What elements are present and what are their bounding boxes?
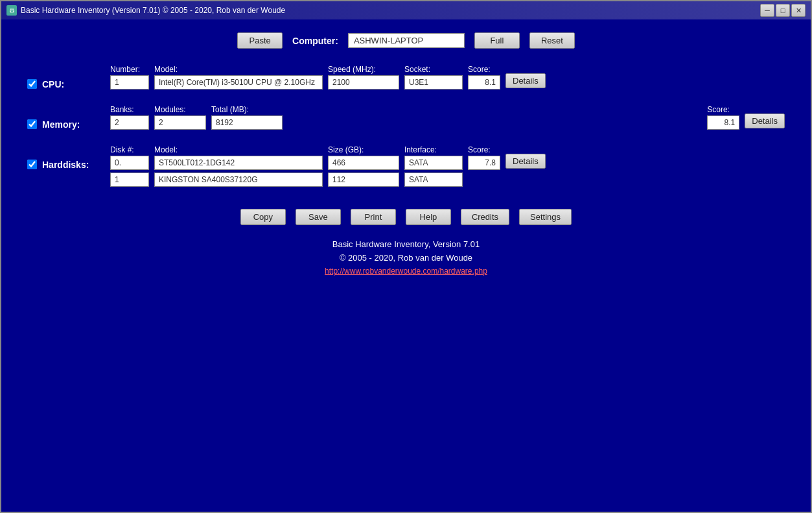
hdd-disk1-num-group: [110, 173, 149, 187]
memory-modules-label: Modules:: [154, 105, 206, 114]
harddisks-checkbox-wrap: [27, 145, 37, 169]
cpu-section: CPU: Number: Model: Speed (MHz):: [27, 65, 785, 92]
hdd-disk0-num-input[interactable]: [110, 156, 149, 170]
hdd-score-group: Score:: [468, 145, 500, 170]
full-button[interactable]: Full: [474, 32, 520, 49]
title-bar: ⚙ Basic Hardware Inventory (Version 7.01…: [1, 1, 811, 19]
hdd-model-group: Model:: [154, 145, 323, 170]
window-title: Basic Hardware Inventory (Version 7.01) …: [21, 6, 285, 15]
main-content: Paste Computer: Full Reset CPU: Number:: [1, 19, 811, 512]
hdd-model-label: Model:: [154, 145, 323, 154]
cpu-fields: Number: Model: Speed (MHz): Socket:: [110, 65, 785, 92]
memory-score-label: Score:: [707, 105, 730, 114]
memory-modules-input[interactable]: [154, 115, 206, 130]
title-bar-controls: ─ □ ✕: [760, 4, 806, 17]
minimize-button[interactable]: ─: [760, 4, 774, 17]
hdd-disk1-size-group: [328, 173, 399, 187]
cpu-model-group: Model:: [154, 65, 323, 89]
hdd-disk0-interface-input[interactable]: [404, 156, 463, 170]
cpu-number-label: Number:: [110, 65, 149, 74]
memory-total-group: Total (MB):: [211, 105, 283, 130]
hdd-interface-label: Interface:: [404, 145, 463, 154]
cpu-checkbox-wrap: [27, 65, 37, 89]
hdd-size-group: Size (GB):: [328, 145, 399, 170]
cpu-label: CPU:: [42, 65, 107, 89]
hdd-size-label: Size (GB):: [328, 145, 399, 154]
main-window: ⚙ Basic Hardware Inventory (Version 7.01…: [0, 0, 812, 513]
app-icon: ⚙: [6, 5, 17, 16]
help-button[interactable]: Help: [406, 209, 451, 225]
hdd-disk1-row: [110, 173, 785, 187]
memory-checkbox-wrap: [27, 105, 37, 129]
hdd-disk1-size-input[interactable]: [328, 173, 399, 187]
hdd-disk0-size-input[interactable]: [328, 156, 399, 170]
credits-button[interactable]: Credits: [461, 209, 509, 225]
cpu-checkbox[interactable]: [27, 79, 37, 89]
memory-header-row: Banks: Modules: Total (MB): Score:: [110, 105, 785, 130]
hdd-disk1-model-input[interactable]: [154, 173, 323, 187]
title-bar-left: ⚙ Basic Hardware Inventory (Version 7.01…: [6, 5, 285, 16]
computer-label: Computer:: [292, 36, 338, 46]
memory-banks-group: Banks:: [110, 105, 149, 130]
harddisks-checkbox[interactable]: [27, 160, 37, 169]
hdd-details-wrap: Details: [505, 154, 546, 170]
hdd-score-label: Score:: [468, 145, 491, 154]
memory-details-button[interactable]: Details: [745, 113, 785, 128]
hdd-disk1-num-input[interactable]: [110, 173, 149, 187]
cpu-speed-group: Speed (MHz):: [328, 65, 399, 89]
cpu-score-label: Score:: [468, 65, 491, 74]
hdd-details-button[interactable]: Details: [505, 154, 546, 169]
cpu-header-row: Number: Model: Speed (MHz): Socket:: [110, 65, 785, 89]
copy-button[interactable]: Copy: [240, 209, 286, 225]
memory-label: Memory:: [42, 105, 107, 130]
computer-input[interactable]: [348, 33, 465, 48]
cpu-socket-label: Socket:: [404, 65, 463, 74]
maximize-button[interactable]: □: [776, 4, 790, 17]
hdd-disknum-group: Disk #:: [110, 145, 149, 170]
cpu-model-input[interactable]: [154, 75, 323, 89]
footer-link[interactable]: http://www.robvanderwoude.com/hardware.p…: [27, 265, 785, 278]
hdd-interface-group: Interface:: [404, 145, 463, 170]
memory-details-wrap: Details: [745, 113, 785, 130]
reset-button[interactable]: Reset: [529, 32, 575, 49]
harddisks-section: Harddisks: Disk #: Model: Size (GB):: [27, 145, 785, 189]
cpu-model-label: Model:: [154, 65, 323, 74]
memory-banks-input[interactable]: [110, 115, 149, 130]
cpu-number-group: Number:: [110, 65, 149, 89]
hdd-score-input[interactable]: [468, 156, 500, 170]
settings-button[interactable]: Settings: [519, 209, 572, 225]
harddisks-label: Harddisks:: [42, 145, 107, 170]
footer-line2: © 2005 - 2020, Rob van der Woude: [27, 252, 785, 265]
memory-fields: Banks: Modules: Total (MB): Score:: [110, 105, 785, 132]
hdd-disk1-interface-group: [404, 173, 463, 187]
cpu-socket-input[interactable]: [404, 75, 463, 89]
cpu-score-input[interactable]: [468, 75, 500, 89]
memory-banks-label: Banks:: [110, 105, 149, 114]
save-button[interactable]: Save: [296, 209, 341, 225]
cpu-number-input[interactable]: [110, 75, 149, 89]
hdd-disk1-interface-input[interactable]: [404, 173, 463, 187]
harddisks-header-row: Disk #: Model: Size (GB): Interface:: [110, 145, 785, 170]
memory-total-input[interactable]: [211, 115, 283, 130]
print-button[interactable]: Print: [351, 209, 396, 225]
memory-score-input[interactable]: [707, 115, 739, 130]
memory-total-label: Total (MB):: [211, 105, 283, 114]
cpu-speed-input[interactable]: [328, 75, 399, 89]
footer-line1: Basic Hardware Inventory, Version 7.01: [27, 238, 785, 252]
cpu-speed-label: Speed (MHz):: [328, 65, 399, 74]
memory-score-group: Score:: [707, 105, 739, 130]
hdd-disk0-model-input[interactable]: [154, 156, 323, 170]
hdd-disknum-label: Disk #:: [110, 145, 149, 154]
hdd-disk1-model-group: [154, 173, 323, 187]
paste-button[interactable]: Paste: [237, 32, 283, 49]
cpu-score-group: Score:: [468, 65, 500, 89]
memory-modules-group: Modules:: [154, 105, 206, 130]
memory-checkbox[interactable]: [27, 119, 37, 129]
cpu-details-button[interactable]: Details: [505, 73, 546, 88]
bottom-bar: Copy Save Print Help Credits Settings: [27, 209, 785, 225]
harddisks-fields: Disk #: Model: Size (GB): Interface:: [110, 145, 785, 189]
cpu-socket-group: Socket:: [404, 65, 463, 89]
memory-section: Memory: Banks: Modules: Total (MB):: [27, 105, 785, 132]
close-button[interactable]: ✕: [791, 4, 806, 17]
cpu-details-wrap: Details: [505, 73, 546, 89]
